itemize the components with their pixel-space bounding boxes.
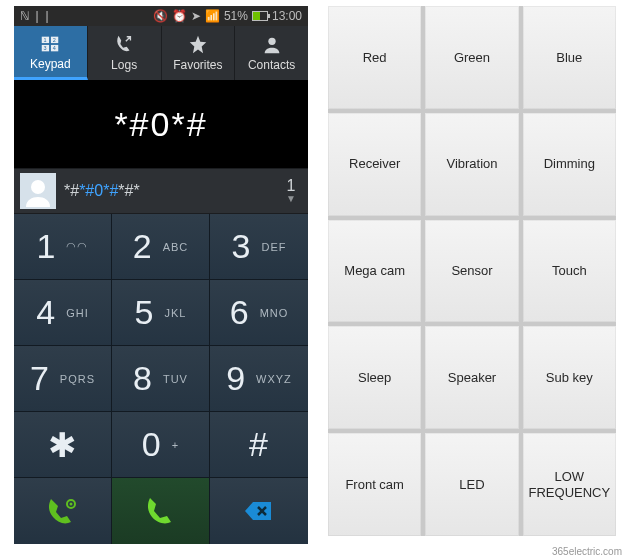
key-2[interactable]: 2ABC (112, 214, 210, 280)
test-vibration[interactable]: Vibration (425, 113, 518, 216)
nfc-icon: ℕ (20, 9, 30, 23)
key-letters: WXYZ (256, 373, 292, 385)
test-front-cam[interactable]: Front cam (328, 433, 421, 536)
key-4[interactable]: 4GHI (14, 280, 112, 346)
svg-text:4: 4 (53, 45, 56, 51)
video-call-button[interactable] (14, 478, 112, 544)
vibrate-icon: 🔇 (153, 9, 168, 23)
key-digit: ✱ (48, 425, 77, 465)
test-sub-key[interactable]: Sub key (523, 326, 616, 429)
key-0[interactable]: 0+ (112, 412, 210, 478)
key-letters: TUV (163, 373, 188, 385)
key-3[interactable]: 3DEF (210, 214, 308, 280)
test-touch[interactable]: Touch (523, 220, 616, 323)
dialer-actions (14, 478, 308, 544)
key-digit: 9 (226, 359, 246, 398)
watermark: 365electric.com (552, 546, 622, 557)
key-letters: GHI (66, 307, 89, 319)
backspace-icon (241, 493, 277, 529)
test-sensor[interactable]: Sensor (425, 220, 518, 323)
avatar-placeholder-icon (18, 171, 58, 211)
suggestion-count-value: 1 (287, 177, 296, 194)
suggestion-text: *#*#0*#*#* (64, 182, 140, 200)
key-digit: 3 (232, 227, 252, 266)
svg-text:3: 3 (44, 45, 47, 51)
keypad-icon: 1234 (39, 33, 61, 55)
test-sleep[interactable]: Sleep (328, 326, 421, 429)
tab-keypad[interactable]: 1234 Keypad (14, 26, 88, 80)
key-8[interactable]: 8TUV (112, 346, 210, 412)
test-low-frequency[interactable]: LOW FREQUENCY (523, 433, 616, 536)
svg-text:2: 2 (53, 37, 56, 43)
key-star[interactable]: ✱ (14, 412, 112, 478)
call-button[interactable] (112, 478, 210, 544)
tab-label: Keypad (30, 57, 71, 71)
suggestion-post: *#* (118, 182, 139, 199)
key-digit: 0 (142, 425, 162, 464)
test-led[interactable]: LED (425, 433, 518, 536)
test-red[interactable]: Red (328, 6, 421, 109)
dialed-number-display: *#0*# (14, 80, 308, 168)
backspace-button[interactable] (210, 478, 308, 544)
test-speaker[interactable]: Speaker (425, 326, 518, 429)
tab-label: Favorites (173, 58, 222, 72)
tab-contacts[interactable]: Contacts (235, 26, 308, 80)
svg-point-12 (69, 503, 72, 506)
key-7[interactable]: 7PQRS (14, 346, 112, 412)
contact-suggestion[interactable]: *#*#0*#*#* 1 ▼ (14, 168, 308, 214)
chevron-down-icon: ▼ (286, 194, 296, 204)
tab-favorites[interactable]: Favorites (162, 26, 236, 80)
key-digit: 7 (30, 359, 50, 398)
star-icon (187, 34, 209, 56)
suggestion-match: *#0*# (79, 182, 118, 199)
tab-logs[interactable]: Logs (88, 26, 162, 80)
suggestion-pre: *# (64, 182, 79, 199)
key-letters: JKL (164, 307, 186, 319)
svg-text:1: 1 (44, 37, 47, 43)
person-icon (261, 34, 283, 56)
test-green[interactable]: Green (425, 6, 518, 109)
tab-label: Logs (111, 58, 137, 72)
key-letters: ABC (163, 241, 189, 253)
dialer-keypad: 1◠◠ 2ABC 3DEF 4GHI 5JKL 6MNO 7PQRS 8TUV … (14, 214, 308, 478)
key-digit: 8 (133, 359, 153, 398)
svg-point-10 (31, 180, 45, 194)
key-6[interactable]: 6MNO (210, 280, 308, 346)
svg-point-8 (268, 38, 275, 45)
battery-percent: 51% (224, 9, 248, 23)
key-digit: 1 (37, 227, 57, 266)
battery-icon (252, 11, 268, 21)
signal-icon: 📶 (205, 9, 220, 23)
key-digit: # (249, 425, 269, 464)
phone-icon (143, 493, 179, 529)
diagnostic-test-grid: Red Green Blue Receiver Vibration Dimmin… (328, 6, 616, 536)
key-digit: 5 (135, 293, 155, 332)
tab-label: Contacts (248, 58, 295, 72)
logs-icon (113, 34, 135, 56)
mute-icon: ❘❘ (32, 9, 52, 23)
key-9[interactable]: 9WXYZ (210, 346, 308, 412)
gps-icon: ➤ (191, 9, 201, 23)
status-bar: ℕ ❘❘ 🔇 ⏰ ➤ 📶 51% 13:00 (14, 6, 308, 26)
key-letters: DEF (261, 241, 286, 253)
key-digit: 4 (36, 293, 56, 332)
video-call-icon (45, 493, 81, 529)
alarm-icon: ⏰ (172, 9, 187, 23)
voicemail-icon: ◠◠ (66, 240, 88, 253)
clock: 13:00 (272, 9, 302, 23)
key-letters: PQRS (60, 373, 95, 385)
test-blue[interactable]: Blue (523, 6, 616, 109)
test-receiver[interactable]: Receiver (328, 113, 421, 216)
key-5[interactable]: 5JKL (112, 280, 210, 346)
phone-dialer-screen: ℕ ❘❘ 🔇 ⏰ ➤ 📶 51% 13:00 1234 Keypad Logs (14, 6, 308, 544)
key-hash[interactable]: # (210, 412, 308, 478)
dialer-tabs: 1234 Keypad Logs Favorites Contacts (14, 26, 308, 80)
suggestion-count-dropdown[interactable]: 1 ▼ (274, 178, 308, 204)
key-digit: 6 (230, 293, 250, 332)
key-letters: + (172, 439, 179, 451)
key-digit: 2 (133, 227, 153, 266)
key-letters: MNO (260, 307, 289, 319)
key-1[interactable]: 1◠◠ (14, 214, 112, 280)
test-dimming[interactable]: Dimming (523, 113, 616, 216)
test-mega-cam[interactable]: Mega cam (328, 220, 421, 323)
